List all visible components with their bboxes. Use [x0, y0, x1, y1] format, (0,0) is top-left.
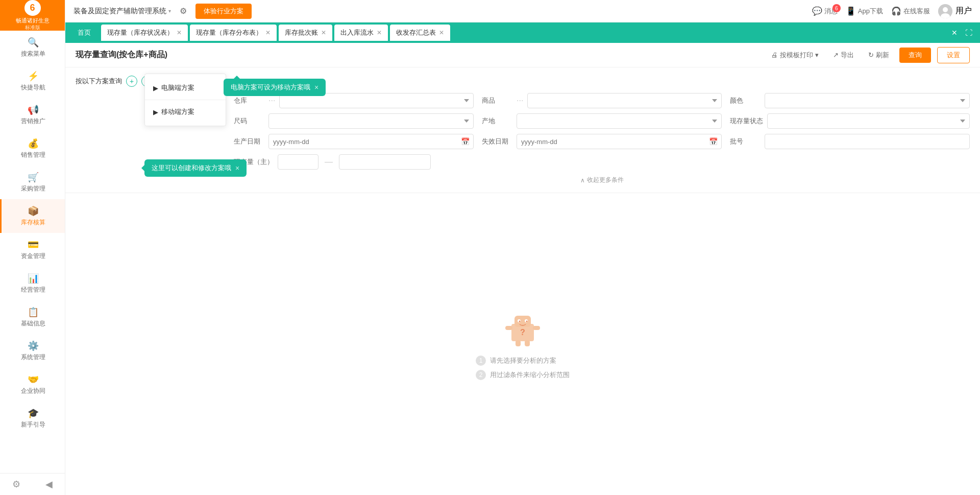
operations-icon: 📊 [28, 273, 39, 284]
empty-text-item-2: 2 用过滤条件来缩小分析范围 [476, 370, 570, 380]
filter-field-expiry-date: 失效日期 📅 [482, 134, 722, 149]
origin-select[interactable] [517, 113, 722, 129]
main-area: 装备及固定资产辅助管理系统 ▾ ⚙ 体验行业方案 💬 消息 6 📱 App下载 … [65, 0, 980, 495]
calendar-icon[interactable]: 📅 [461, 137, 470, 146]
tab-receive-send[interactable]: 收发存汇总表 ✕ [390, 25, 450, 41]
setting-button[interactable]: 设置 [937, 47, 970, 63]
batch-no-input[interactable] [765, 134, 970, 149]
refresh-btn[interactable]: ↻ 刷新 [864, 49, 893, 62]
tooltip1-close-btn[interactable]: × [314, 83, 318, 91]
sidebar-item-marketing[interactable]: 📢 营销推广 [0, 98, 65, 132]
filter-row-3: 生产日期 📅 失效日期 📅 批号 [234, 134, 970, 149]
tab-batch-ledger[interactable]: 库存批次账 ✕ [279, 25, 332, 41]
sidebar-item-guide[interactable]: 🎓 新手引导 [0, 402, 65, 435]
expiry-date-input[interactable] [517, 134, 722, 149]
page-title: 现存量查询(按仓库+商品) [76, 50, 167, 60]
sidebar-item-label: 快捷导航 [21, 83, 45, 92]
filter-row-2: 尺码 产地 现存量状态 [234, 113, 970, 129]
sidebar-item-operations[interactable]: 📊 经营管理 [0, 267, 65, 300]
tab-close-icon[interactable]: ✕ [321, 29, 326, 36]
system-name[interactable]: 装备及固定资产辅助管理系统 ▾ [74, 7, 171, 16]
tab-close-icon[interactable]: ✕ [377, 29, 382, 36]
tooltip2-text: 这里可以创建和修改方案哦 [152, 163, 231, 173]
add-scheme-btn[interactable]: + [126, 76, 137, 87]
product-select[interactable] [527, 93, 722, 108]
header-actions: 🖨 按模板打印 ▾ ↗ 导出 ↻ 刷新 查询 设置 [767, 47, 970, 63]
tab-close-icon[interactable]: ✕ [265, 29, 271, 36]
collapse-btn[interactable]: ∧ 收起更多条件 [234, 176, 970, 184]
tab-close-icon[interactable]: ✕ [439, 29, 444, 36]
scheme-desktop-label: 电脑端方案 [161, 83, 194, 92]
tab-inventory-dist[interactable]: 现存量（库存分布表） ✕ [190, 25, 277, 41]
production-date-input[interactable] [268, 134, 474, 149]
industry-solution-button[interactable]: 体验行业方案 [195, 4, 252, 19]
topbar-right: 💬 消息 6 📱 App下载 🎧 在线客服 [812, 4, 972, 18]
sidebar-item-basic-info[interactable]: 📋 基础信息 [0, 300, 65, 334]
quantity-input-end[interactable] [339, 154, 431, 170]
sidebar-item-search-menu[interactable]: 🔍 搜索菜单 [0, 31, 65, 64]
notification-btn[interactable]: 💬 消息 6 [812, 6, 838, 16]
production-date-wrap: 📅 [268, 134, 474, 149]
sidebar-item-sales[interactable]: 💰 销售管理 [0, 132, 65, 166]
user-name: 用户 [955, 6, 972, 16]
logo-text: 畅通诸好生意 标准版 [16, 17, 50, 31]
inventory-icon: 📦 [28, 205, 39, 217]
scheme-mobile-label: 移动端方案 [161, 107, 194, 116]
export-btn[interactable]: ↗ 导出 [829, 49, 858, 62]
tab-home[interactable]: 首页 [69, 22, 99, 43]
scheme-item-mobile[interactable]: ▶ 移动端方案 [151, 104, 219, 120]
sidebar-item-finance[interactable]: 💳 资金管理 [0, 233, 65, 267]
sidebar-nav: 🔍 搜索菜单 ⚡ 快捷导航 📢 营销推广 💰 销售管理 🛒 采购管理 📦 库存核… [0, 31, 65, 473]
tab-inventory-status[interactable]: 现存量（库存状况表） ✕ [101, 25, 188, 41]
sidebar-item-inventory[interactable]: 📦 库存核算 [0, 199, 65, 233]
marketing-icon: 📢 [28, 104, 39, 115]
color-select[interactable] [765, 93, 970, 108]
chevron-down-icon: ▾ [168, 8, 171, 14]
triangle-icon: ▶ [153, 84, 158, 92]
fullscreen-btn[interactable]: ⛶ [962, 26, 976, 40]
settings-gear-btn[interactable]: ⚙ [176, 4, 190, 18]
search-menu-icon: 🔍 [28, 37, 39, 48]
color-label: 颜色 [730, 96, 761, 105]
sidebar-item-quick-nav[interactable]: ⚡ 快捷导航 [0, 64, 65, 98]
collapse-icon: ∧ [580, 177, 585, 184]
sidebar-item-system[interactable]: ⚙️ 系统管理 [0, 334, 65, 368]
tab-inout-flow[interactable]: 出入库流水 ✕ [334, 25, 388, 41]
filter-field-inventory-status: 现存量状态 [730, 113, 970, 129]
filter-row-4: 现存量（主） — [234, 154, 970, 170]
enterprise-icon: 🤝 [28, 374, 39, 385]
size-select[interactable] [268, 113, 474, 129]
user-area[interactable]: 用户 [938, 4, 972, 18]
inventory-status-select[interactable] [767, 113, 970, 129]
print-template-btn[interactable]: 🖨 按模板打印 ▾ [767, 49, 823, 62]
tooltip2-close-btn[interactable]: × [235, 164, 239, 172]
guide-icon: 🎓 [28, 408, 39, 419]
sidebar-item-label: 资金管理 [21, 252, 45, 261]
sidebar-item-label: 销售管理 [21, 151, 45, 159]
app-download-btn[interactable]: 📱 App下载 [846, 6, 883, 16]
online-service-btn[interactable]: 🎧 在线客服 [891, 6, 930, 16]
size-label: 尺码 [234, 116, 264, 126]
sidebar-collapse-btn[interactable]: ◀ [45, 479, 53, 490]
sidebar-item-label: 搜索菜单 [21, 50, 45, 58]
sidebar-item-purchase[interactable]: 🛒 采购管理 [0, 166, 65, 199]
quantity-input[interactable] [278, 154, 318, 170]
sidebar-item-label: 系统管理 [21, 353, 45, 362]
topbar: 装备及固定资产辅助管理系统 ▾ ⚙ 体验行业方案 💬 消息 6 📱 App下载 … [65, 0, 980, 22]
sidebar-item-enterprise[interactable]: 🤝 企业协同 [0, 368, 65, 402]
search-button[interactable]: 查询 [899, 48, 931, 63]
filter-field-color: 颜色 [730, 93, 970, 108]
sidebar-settings-btn[interactable]: ⚙ [12, 479, 20, 490]
expiry-date-label: 失效日期 [482, 137, 512, 146]
message-icon: 💬 [812, 6, 822, 16]
scheme-item-desktop[interactable]: ▶ 电脑端方案 [151, 80, 219, 96]
sidebar: 6 畅通诸好生意 标准版 🔍 搜索菜单 ⚡ 快捷导航 📢 营销推广 💰 销售管理… [0, 0, 65, 495]
filter-area: 按以下方案查询 + ↺ ← ▶ 电脑端方案 ▶ 移动端方案 [65, 67, 980, 193]
sidebar-item-label: 基础信息 [21, 319, 45, 328]
tab-close-icon[interactable]: ✕ [177, 29, 182, 36]
sidebar-item-label: 营销推广 [21, 117, 45, 126]
export-icon: ↗ [833, 51, 839, 59]
close-all-tabs-btn[interactable]: ✕ [947, 26, 962, 40]
calendar-icon[interactable]: 📅 [709, 137, 718, 146]
sidebar-item-label: 企业协同 [21, 387, 45, 395]
